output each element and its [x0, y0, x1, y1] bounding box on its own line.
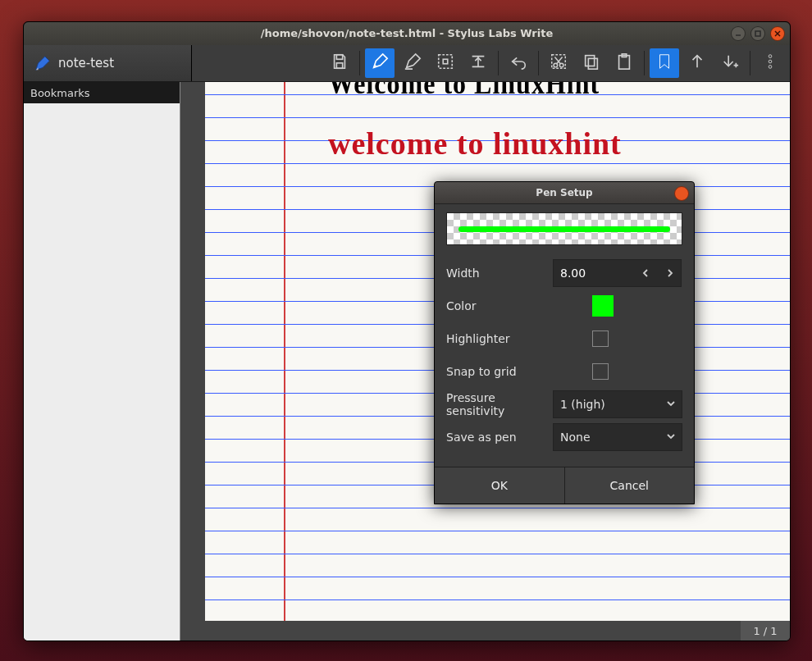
svg-point-13 — [554, 63, 558, 67]
color-swatch[interactable] — [592, 295, 614, 317]
app-window: /home/shovon/note-test.html - Stylus Lab… — [23, 21, 791, 641]
main-toolbar: note-test — [24, 45, 790, 82]
prev-page-button[interactable] — [682, 48, 712, 78]
bookmarks-list[interactable] — [24, 103, 180, 640]
bookmarks-sidebar: Bookmarks — [24, 82, 180, 640]
cancel-button[interactable]: Cancel — [564, 467, 695, 504]
saveas-value: None — [560, 431, 591, 444]
bookmark-button[interactable] — [650, 48, 679, 78]
scissors-icon — [550, 52, 568, 74]
stroke-eraser-button[interactable] — [398, 48, 427, 78]
dialog-titlebar[interactable]: Pen Setup — [435, 182, 694, 204]
svg-rect-5 — [336, 63, 342, 68]
width-label: Width — [446, 267, 553, 280]
overflow-menu-button[interactable] — [755, 48, 785, 78]
minimize-button[interactable] — [731, 26, 746, 41]
select-rect-icon — [436, 52, 454, 74]
svg-rect-17 — [586, 56, 595, 66]
svg-rect-4 — [336, 55, 342, 60]
svg-point-26 — [769, 60, 772, 63]
arrow-up-icon — [688, 52, 706, 74]
svg-point-27 — [769, 66, 772, 69]
dialog-title-text: Pen Setup — [536, 187, 592, 198]
dialog-close-button[interactable] — [674, 186, 689, 201]
pen-preview — [446, 212, 682, 245]
undo-icon — [509, 52, 527, 74]
pen-tool-icon — [371, 52, 389, 74]
pressure-combo[interactable]: 1 (high) — [553, 390, 682, 418]
chevron-down-icon — [667, 399, 675, 409]
window-controls — [731, 26, 785, 41]
insert-space-icon — [469, 52, 487, 74]
insert-space-button[interactable] — [463, 48, 493, 78]
svg-rect-1 — [755, 31, 760, 36]
paste-button[interactable] — [609, 48, 639, 78]
arrow-down-plus-icon — [721, 52, 739, 74]
width-decrement[interactable] — [635, 260, 658, 286]
ok-button[interactable]: OK — [435, 467, 564, 504]
document-tab[interactable]: note-test — [24, 45, 192, 81]
copy-icon — [582, 52, 600, 74]
stroke-eraser-icon — [404, 52, 422, 74]
kebab-icon — [761, 52, 779, 74]
width-value: 8.00 — [554, 267, 635, 280]
snap-checkbox[interactable] — [592, 363, 609, 380]
pressure-label: Pressure sensitivity — [446, 391, 553, 417]
snap-label: Snap to grid — [446, 365, 553, 378]
clipboard-icon — [615, 52, 633, 74]
document-tab-label: note-test — [58, 56, 114, 71]
svg-point-14 — [559, 63, 563, 67]
bookmarks-heading: Bookmarks — [24, 82, 180, 103]
pen-setup-dialog: Pen Setup Width 8.00 — [434, 181, 695, 504]
save-icon — [331, 52, 349, 74]
handwriting-line-1: Welcome to LinuxHint — [328, 82, 600, 101]
width-spinbox[interactable]: 8.00 — [553, 259, 682, 287]
width-increment[interactable] — [658, 260, 681, 286]
highlighter-checkbox[interactable] — [592, 330, 609, 347]
titlebar: /home/shovon/note-test.html - Stylus Lab… — [24, 22, 790, 45]
next-page-button[interactable] — [715, 48, 745, 78]
page-indicator: 1 / 1 — [741, 621, 790, 640]
svg-point-25 — [769, 55, 772, 58]
pressure-value: 1 (high) — [560, 398, 605, 411]
saveas-combo[interactable]: None — [553, 423, 682, 451]
cut-selection-button[interactable] — [544, 48, 573, 78]
handwriting-line-2: welcome to linuxhint — [328, 125, 622, 162]
svg-rect-8 — [443, 59, 448, 64]
pen-icon — [34, 54, 52, 72]
bookmark-icon — [655, 52, 673, 74]
maximize-button[interactable] — [750, 26, 765, 41]
undo-button[interactable] — [504, 48, 533, 78]
color-label: Color — [446, 299, 553, 312]
svg-rect-18 — [588, 58, 597, 69]
close-button[interactable] — [770, 26, 785, 41]
copy-button[interactable] — [577, 48, 606, 78]
pen-tool-button[interactable] — [365, 48, 395, 78]
select-rect-button[interactable] — [431, 48, 460, 78]
save-button[interactable] — [325, 48, 354, 78]
canvas-area[interactable]: Welcome to LinuxHint welcome to linuxhin… — [180, 82, 790, 640]
chevron-down-icon — [667, 432, 675, 442]
window-title: /home/shovon/note-test.html - Stylus Lab… — [24, 22, 790, 45]
svg-rect-7 — [439, 55, 453, 69]
saveas-label: Save as pen — [446, 431, 553, 444]
highlighter-label: Highlighter — [446, 332, 553, 345]
